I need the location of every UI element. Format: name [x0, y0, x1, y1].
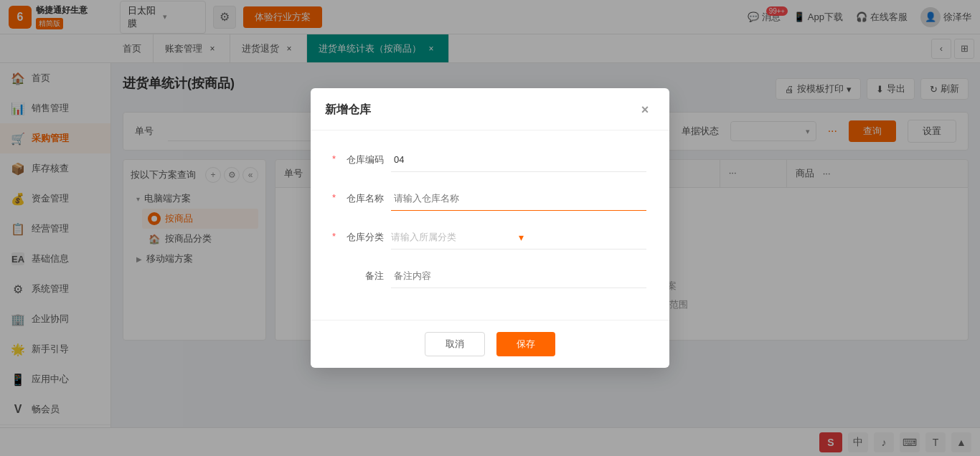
remark-input[interactable]: [391, 264, 646, 288]
form-label-remark: 备注: [334, 270, 391, 282]
category-placeholder: 请输入所属分类: [391, 231, 519, 244]
modal-header: 新增仓库 ×: [311, 88, 669, 130]
form-row-category: 仓库分类 请输入所属分类 ▾: [334, 225, 646, 250]
form-row-name: 仓库名称: [334, 186, 646, 211]
modal-overlay: 新增仓库 × 仓库编码 仓库名称 仓库分类: [0, 0, 980, 456]
modal-title: 新增仓库: [325, 103, 371, 118]
category-select[interactable]: 请输入所属分类 ▾: [391, 225, 646, 250]
form-label-code: 仓库编码: [334, 153, 391, 166]
warehouse-name-input[interactable]: [391, 186, 646, 211]
modal-body: 仓库编码 仓库名称 仓库分类 请输入所属分类 ▾: [311, 130, 669, 320]
cancel-button[interactable]: 取消: [425, 332, 485, 356]
modal-close-button[interactable]: ×: [635, 100, 655, 120]
form-label-name: 仓库名称: [334, 192, 391, 205]
modal-footer: 取消 保存: [311, 320, 669, 368]
warehouse-code-input[interactable]: [391, 148, 646, 172]
form-row-code: 仓库编码: [334, 148, 646, 172]
save-button[interactable]: 保存: [496, 332, 555, 356]
form-label-category: 仓库分类: [334, 231, 391, 244]
category-arrow-icon: ▾: [519, 232, 646, 243]
form-row-remark: 备注: [334, 264, 646, 288]
add-warehouse-modal: 新增仓库 × 仓库编码 仓库名称 仓库分类: [311, 88, 669, 368]
